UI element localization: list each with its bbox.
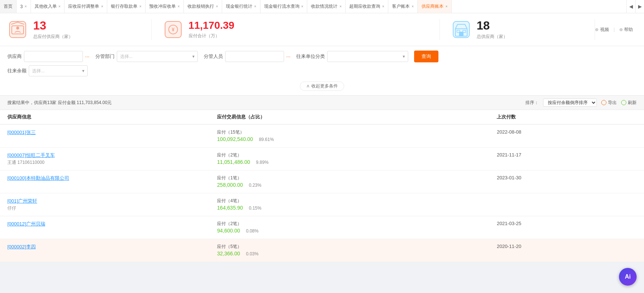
nav-tab-receipt-stat[interactable]: 收款情况统计 × xyxy=(307,0,346,13)
close-tab-3-icon[interactable]: × xyxy=(25,4,27,8)
supplier-link-5[interactable]: [000012]广州贝瑞 xyxy=(7,221,45,227)
transaction-label: 应付（2笔） xyxy=(217,221,497,227)
close-tab-cash-bank-stat-icon[interactable]: × xyxy=(254,4,256,8)
sort-select[interactable]: 按应付余额倒序排序 按应付余额升序排序 xyxy=(543,99,597,107)
supplier-link-4[interactable]: [001]广州荣轩 xyxy=(7,198,37,204)
close-tab-other-income-icon[interactable]: × xyxy=(59,4,61,8)
card1-number: 13 xyxy=(33,19,73,32)
video-link[interactable]: ⊙ 视频 xyxy=(595,27,609,33)
transaction-amount: 94,600.00 xyxy=(217,228,240,234)
header-transaction-info: 应付交易信息（占比） xyxy=(217,114,497,120)
export-label: 导出 xyxy=(608,100,617,106)
table-row: [000100]本特勤油品有限公司 应付（1笔） 258,000.00 0.23… xyxy=(0,170,644,193)
nav-next-arrow[interactable]: ▶ xyxy=(635,0,644,13)
filter-dept: 分管部门 选择... ▾ xyxy=(95,51,198,62)
summary-bar: 13 总应付供应商（家） ¥ 11,170.39 应付合计（万） xyxy=(0,13,644,46)
filter-person: 分管人员 ··· xyxy=(204,51,291,62)
supplier-link-1[interactable]: [000001]张三 xyxy=(7,130,36,135)
supplier-link-3[interactable]: [000100]本特勤油品有限公司 xyxy=(7,175,69,181)
transaction-label: 应付（4笔） xyxy=(217,198,497,204)
supplier-info-cell: [001]广州荣轩 仔仔 xyxy=(7,198,217,211)
supplier-filter-label: 供应商 xyxy=(7,53,22,60)
nav-tab-cash-bank-query[interactable]: 现金银行流水查询 × xyxy=(260,0,308,13)
transaction-amount: 32,366.00 xyxy=(217,251,240,256)
refresh-button[interactable]: 刷新 xyxy=(621,100,637,106)
close-tab-supplier-book-icon[interactable]: × xyxy=(445,4,448,8)
header-last-payment: 上次付数 xyxy=(497,114,637,120)
nav-tab-cash-bank-stat[interactable]: 现金银行统计 × xyxy=(222,0,260,13)
table-row: [001]广州荣轩 仔仔 应付（4笔） 164,635.90 0.15% xyxy=(0,193,644,216)
transaction-percent: 0.03% xyxy=(246,251,259,256)
export-button[interactable]: 导出 xyxy=(601,100,617,106)
nav-tab-3[interactable]: 3 × xyxy=(17,0,31,13)
card2-label: 应付合计（万） xyxy=(189,33,235,39)
supplier-info-cell: [000012]广州贝瑞 xyxy=(7,221,217,227)
person-filter-input[interactable] xyxy=(225,51,284,62)
refresh-icon xyxy=(621,100,626,105)
svg-text:¥: ¥ xyxy=(172,27,175,32)
card3-info: 18 总供应商（家） xyxy=(477,19,508,40)
supplier-contact: 王通 17106110000 xyxy=(7,159,217,166)
supplier-link-2[interactable]: [000007]恒旺二手叉车 xyxy=(7,152,55,158)
person-filter-label: 分管人员 xyxy=(204,53,223,60)
table-header: 供应商信息 应付交易信息（占比） 上次付数 xyxy=(0,110,644,125)
close-tab-receipt-verify-icon[interactable]: × xyxy=(216,4,218,8)
result-text: 搜索结果中，供应商13家 应付金额 111,703,854.00元 xyxy=(7,100,112,106)
nav-tab-other-income[interactable]: 其他收入单 × xyxy=(31,0,65,13)
transaction-row: 11,051,486.00 9.89% xyxy=(217,158,497,166)
suppliers-icon xyxy=(7,19,28,40)
supplier-name: [000002]李四 xyxy=(7,244,217,250)
close-tab-bank-deposit-icon[interactable]: × xyxy=(139,4,141,8)
dept-filter-select[interactable]: 选择... ▾ xyxy=(117,51,198,62)
last-payment-cell: 2021-03-25 xyxy=(497,221,637,226)
card2-info: 11,170.39 应付合计（万） xyxy=(189,20,235,39)
person-ellipsis-btn[interactable]: ··· xyxy=(286,54,291,59)
transaction-percent: 0.08% xyxy=(246,228,259,234)
table-row: [000007]恒旺二手叉车 王通 17106110000 应付（2笔） 11,… xyxy=(0,148,644,170)
close-tab-overdue-ar-icon[interactable]: × xyxy=(382,4,384,8)
nav-tab-supplier-book[interactable]: 供应商账本 × xyxy=(418,0,452,13)
nav-tab-overdue-ar[interactable]: 超期应收款查询 × xyxy=(346,0,388,13)
category-select-arrow-icon: ▾ xyxy=(403,54,405,59)
last-payment-cell: 2021-11-17 xyxy=(497,152,637,158)
query-button[interactable]: 查询 xyxy=(414,51,438,62)
last-payment-value: 2022-08-08 xyxy=(497,129,521,135)
filter-row-1: 供应商 ··· 分管部门 选择... ▾ 分管人员 ··· 往来单位分类 ▾ xyxy=(7,51,637,62)
nav-arrows: ◀ ▶ xyxy=(626,0,644,13)
collapse-button[interactable]: ∧ 收起更多条件 xyxy=(300,82,344,91)
nav-tab-ar-ap-adjust[interactable]: 应收应付调整单 × xyxy=(64,0,107,13)
nav-tab-customer-book[interactable]: 客户账本 × xyxy=(388,0,418,13)
filter-balance: 往来余额 选择... ▾ xyxy=(7,65,88,76)
close-tab-ar-ap-adjust-icon[interactable]: × xyxy=(101,4,103,8)
export-icon xyxy=(601,100,606,105)
table-row: [000001]张三 应付（15笔） 100,092,540.00 89.61%… xyxy=(0,125,644,148)
data-table: 供应商信息 应付交易信息（占比） 上次付数 [000001]张三 应付（15笔）… xyxy=(0,110,644,262)
table-row: [000002]李四 应付（5笔） 32,366.00 0.03% 2020-1… xyxy=(0,239,644,262)
help-link[interactable]: ⊙ 帮助 xyxy=(619,27,633,33)
close-tab-customer-book-icon[interactable]: × xyxy=(412,4,414,8)
balance-filter-select[interactable]: 选择... ▾ xyxy=(29,65,88,76)
supplier-ellipsis-btn[interactable]: ··· xyxy=(85,54,90,59)
close-tab-prepay-ar-icon[interactable]: × xyxy=(178,4,180,8)
balance-select-arrow-icon: ▾ xyxy=(82,68,84,73)
transaction-info-cell: 应付（2笔） 11,051,486.00 9.89% xyxy=(217,152,497,166)
ap-amount-icon: ¥ xyxy=(163,19,183,40)
last-payment-value: 2023-01-30 xyxy=(497,175,521,180)
last-payment-value: 2021-11-17 xyxy=(497,152,521,158)
last-payment-value: 2021-03-25 xyxy=(497,221,521,226)
close-tab-receipt-stat-icon[interactable]: × xyxy=(339,4,342,8)
transaction-info-cell: 应付（5笔） 32,366.00 0.03% xyxy=(217,244,497,257)
nav-tab-prepay-ar[interactable]: 预收冲应收单 × xyxy=(146,0,184,13)
supplier-link-6[interactable]: [000002]李四 xyxy=(7,244,36,249)
last-payment-cell: 2020-11-20 xyxy=(497,244,637,249)
right-tools: 排序： 按应付余额倒序排序 按应付余额升序排序 导出 刷新 xyxy=(525,99,637,107)
nav-prev-arrow[interactable]: ◀ xyxy=(626,0,635,13)
category-filter-label: 往来单位分类 xyxy=(296,53,325,60)
category-filter-select[interactable]: ▾ xyxy=(327,51,408,62)
nav-tab-home[interactable]: 首页 xyxy=(0,0,17,13)
supplier-filter-input[interactable] xyxy=(24,51,83,62)
nav-tab-bank-deposit[interactable]: 银行存取款单 × xyxy=(107,0,146,13)
close-tab-cash-bank-query-icon[interactable]: × xyxy=(301,4,304,8)
summary-card-total-ap-suppliers: 13 总应付供应商（家） xyxy=(7,19,152,40)
nav-tab-receipt-verify[interactable]: 收款核销执行 × xyxy=(184,0,222,13)
